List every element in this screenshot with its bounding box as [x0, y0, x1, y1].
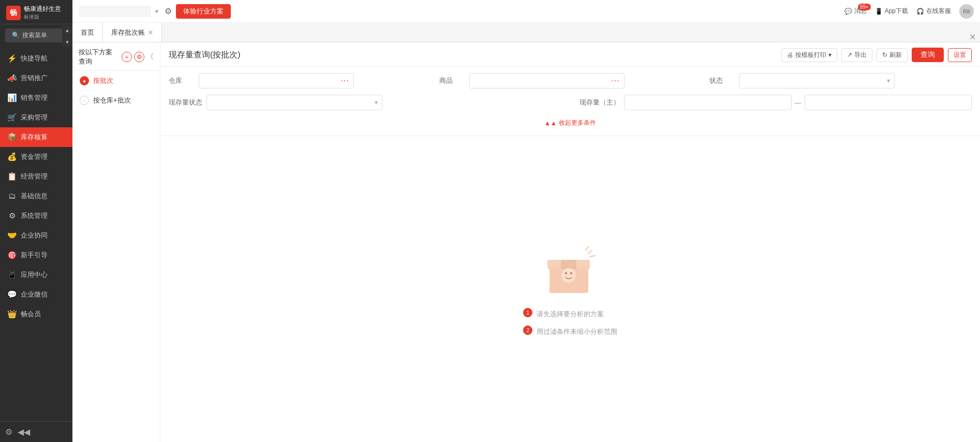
- step-1-icon: 1: [523, 308, 532, 317]
- scroll-down-btn[interactable]: ▼: [63, 38, 71, 47]
- app-download-action[interactable]: 📱 App下载: [875, 7, 908, 16]
- purchase-icon: 🛒: [7, 113, 17, 122]
- empty-state: 1 请先选择要分析的方案 2 用过滤条件来缩小分析范围: [160, 136, 980, 442]
- sidebar-item-collab[interactable]: 🤝 企业协同: [0, 226, 72, 245]
- brand-version: 标准版: [24, 13, 61, 21]
- sidebar-item-system[interactable]: ⚙ 系统管理: [0, 206, 72, 226]
- footer-collapse-icon[interactable]: ◀◀: [18, 427, 30, 437]
- scheme-item-batch[interactable]: ● 按批次: [72, 71, 160, 91]
- sidebar-item-inventory[interactable]: 📦 库存核算: [0, 127, 72, 147]
- filter-row-2: 现存量状态 ▾ 现存量（主） —: [169, 95, 972, 110]
- panel-close-button[interactable]: ✕: [969, 32, 976, 42]
- basics-icon: 🗂: [7, 191, 17, 201]
- sidebar-item-label: 库存核算: [21, 132, 48, 142]
- online-service-action[interactable]: 🎧 在线客服: [916, 7, 951, 16]
- sidebar-item-finance[interactable]: 💰 资金管理: [0, 147, 72, 167]
- sidebar-item-basics[interactable]: 🗂 基础信息: [0, 186, 72, 206]
- sidebar-item-purchase[interactable]: 🛒 采购管理: [0, 108, 72, 127]
- status-select[interactable]: ▾: [739, 73, 895, 89]
- sidebar-item-newuser[interactable]: 🎯 新手引导: [0, 245, 72, 265]
- step-2-icon: 2: [523, 326, 532, 335]
- print-icon: 🖨: [787, 51, 793, 58]
- sidebar-item-sales[interactable]: 📊 销售管理: [0, 88, 72, 108]
- print-button[interactable]: 🖨 按模板打印 ▾: [781, 48, 837, 62]
- sidebar-item-label: 畅会员: [21, 310, 41, 319]
- stock-status-filter: 现存量状态 ▾: [169, 95, 561, 110]
- export-button[interactable]: ↗ 导出: [841, 48, 872, 62]
- scroll-up-btn[interactable]: ▲: [63, 26, 71, 35]
- status-filter: 状态 ▾: [709, 73, 972, 89]
- footer-settings-icon[interactable]: ⚙: [5, 427, 12, 437]
- experience-button[interactable]: 体验行业方案: [176, 4, 231, 19]
- empty-svg: [539, 240, 601, 297]
- scheme-item-warehouse-batch[interactable]: ○ 按仓库+批次: [72, 91, 160, 110]
- topbar-settings-icon[interactable]: ⚙: [165, 6, 172, 16]
- stock-status-select[interactable]: ▾: [206, 95, 382, 110]
- warehouse-input[interactable]: ···: [199, 73, 354, 89]
- sidebar-search[interactable]: 🔍 搜索菜单: [5, 28, 67, 42]
- tabs-bar: 首页 库存批次账 ✕ ✕: [72, 23, 980, 42]
- right-panel: 现存量查询(按批次) 🖨 按模板打印 ▾ ↗ 导出 ↻: [160, 42, 980, 442]
- sidebar-header: 畅 畅康通好生意 标准版: [0, 0, 72, 24]
- messages-badge: 99+: [858, 4, 871, 10]
- sidebar-item-label: 销售管理: [21, 93, 48, 102]
- empty-hint-1-text: 请先选择要分析的方案: [537, 307, 604, 321]
- online-service-icon: 🎧: [916, 8, 924, 15]
- add-scheme-button[interactable]: ＋: [122, 52, 132, 62]
- toolbar-actions: 🖨 按模板打印 ▾ ↗ 导出 ↻ 刷新 查询: [781, 48, 972, 62]
- stock-qty-from[interactable]: [624, 95, 792, 110]
- messages-icon: 💬: [844, 8, 852, 15]
- tab-home[interactable]: 首页: [72, 23, 103, 42]
- warehouse-more-icon[interactable]: ···: [341, 76, 349, 85]
- sidebar-item-quicknav[interactable]: ⚡ 快捷导航: [0, 49, 72, 68]
- collapse-more-btn[interactable]: ▲▲ 收起更多条件: [169, 116, 972, 129]
- sidebar-item-label: 新手引导: [21, 251, 48, 260]
- product-input[interactable]: ···: [469, 73, 625, 89]
- settings-scheme-button[interactable]: ⚙: [134, 52, 144, 62]
- marketing-icon: 📣: [7, 73, 17, 83]
- messages-action[interactable]: 💬 消息 99+: [844, 7, 867, 16]
- scheme-dot-active: ●: [80, 76, 89, 85]
- product-filter: 商品 ···: [439, 73, 702, 89]
- sidebar-item-operations[interactable]: 📋 经营管理: [0, 167, 72, 186]
- stock-qty-range: —: [624, 95, 972, 110]
- collapse-panel-icon[interactable]: 《: [146, 52, 154, 62]
- operations-icon: 📋: [7, 172, 17, 181]
- stock-qty-label: 现存量（主）: [580, 98, 620, 107]
- search-icon: 🔍: [12, 32, 20, 39]
- tab-close-icon[interactable]: ✕: [148, 29, 153, 36]
- sidebar-item-label: 快捷导航: [21, 54, 48, 63]
- sidebar-item-member[interactable]: 👑 畅会员: [0, 304, 72, 324]
- user-profile[interactable]: Rit: [959, 4, 974, 19]
- refresh-button[interactable]: ↻ 刷新: [877, 48, 908, 62]
- avatar: Rit: [959, 4, 974, 19]
- sidebar-item-appcenter[interactable]: 📱 应用中心: [0, 265, 72, 285]
- brand-info: 畅康通好生意 标准版: [24, 5, 61, 21]
- topbar-chevron-icon[interactable]: ▾: [155, 8, 158, 15]
- print-chevron-icon: ▾: [828, 51, 831, 58]
- wechat-icon: 💬: [7, 290, 17, 299]
- stock-status-chevron-icon: ▾: [375, 99, 378, 106]
- sales-icon: 📊: [7, 93, 17, 102]
- sidebar-item-wechat[interactable]: 💬 企业微信: [0, 285, 72, 304]
- inventory-icon: 📦: [7, 132, 17, 142]
- collab-icon: 🤝: [7, 231, 17, 240]
- sidebar-item-marketing[interactable]: 📣 营销推广: [0, 68, 72, 88]
- filters-area: 仓库 ··· 商品 ···: [160, 67, 980, 136]
- sidebar-item-label: 应用中心: [21, 270, 48, 279]
- query-button[interactable]: 查询: [912, 48, 944, 62]
- system-icon: ⚙: [7, 211, 17, 220]
- settings-button[interactable]: 设置: [948, 48, 972, 62]
- scheme-dot-inactive: ○: [80, 96, 89, 105]
- tab-inventory-batch[interactable]: 库存批次账 ✕: [103, 23, 162, 42]
- settings-label: 设置: [954, 51, 966, 60]
- stock-qty-to[interactable]: [805, 95, 972, 110]
- sidebar-footer: ⚙ ◀◀: [0, 421, 72, 442]
- search-label: 搜索菜单: [22, 31, 47, 40]
- sidebar-item-label: 企业微信: [21, 290, 48, 299]
- range-separator: —: [795, 99, 801, 107]
- product-more-icon[interactable]: ···: [611, 76, 619, 85]
- content-area: 按以下方案查询 ＋ ⚙ 《 ● 按批次 ○ 按仓库+批次: [72, 42, 980, 442]
- topbar-search-box[interactable]: [79, 6, 151, 17]
- topbar-search-input[interactable]: [84, 8, 136, 15]
